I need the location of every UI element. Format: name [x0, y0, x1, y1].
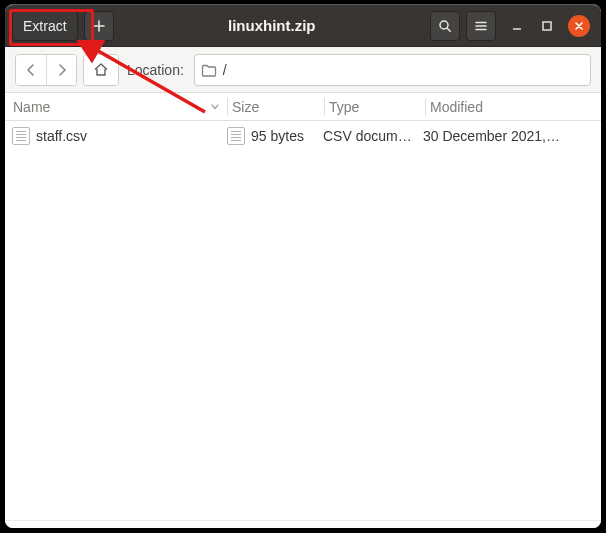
file-type-cell: CSV docum… — [323, 128, 423, 144]
home-button[interactable] — [84, 55, 118, 85]
home-icon — [93, 62, 109, 78]
file-name-cell: staff.csv — [5, 127, 227, 145]
column-header-modified[interactable]: Modified — [426, 99, 601, 115]
extract-button-label: Extract — [23, 18, 67, 34]
text-file-icon — [12, 127, 30, 145]
location-label: Location: — [127, 62, 184, 78]
maximize-button[interactable] — [538, 17, 556, 35]
plus-icon — [92, 19, 106, 33]
hamburger-icon — [474, 19, 488, 33]
window-controls — [508, 15, 590, 37]
column-header-name-label: Name — [13, 99, 50, 115]
minimize-icon — [511, 20, 523, 32]
home-group — [83, 54, 119, 86]
header-bar: Extract linuxhint.zip — [5, 5, 601, 47]
nav-history-group — [15, 54, 77, 86]
location-input[interactable] — [223, 62, 584, 78]
window-title: linuxhint.zip — [120, 17, 424, 34]
forward-button[interactable] — [46, 55, 76, 85]
file-row[interactable]: staff.csv 95 bytes CSV docum… 30 Decembe… — [5, 121, 601, 151]
folder-icon — [201, 63, 217, 77]
location-field[interactable] — [194, 54, 591, 86]
column-header-name[interactable]: Name — [5, 99, 227, 115]
minimize-button[interactable] — [508, 17, 526, 35]
archive-manager-window: Extract linuxhint.zip — [5, 4, 601, 528]
menu-button[interactable] — [466, 11, 496, 41]
column-header-modified-label: Modified — [430, 99, 483, 115]
column-header-type[interactable]: Type — [325, 99, 425, 115]
chevron-right-icon — [57, 64, 67, 76]
text-file-icon — [227, 127, 245, 145]
column-headers: Name Size Type Modified — [5, 93, 601, 121]
file-size-cell: 95 bytes — [227, 127, 323, 145]
navigation-toolbar: Location: — [5, 47, 601, 93]
sort-indicator-icon — [211, 104, 219, 110]
add-files-button[interactable] — [84, 11, 114, 41]
column-header-type-label: Type — [329, 99, 359, 115]
back-button[interactable] — [16, 55, 46, 85]
close-button[interactable] — [568, 15, 590, 37]
column-header-size-label: Size — [232, 99, 259, 115]
file-modified-cell: 30 December 2021,… — [423, 128, 601, 144]
search-button[interactable] — [430, 11, 460, 41]
column-header-size[interactable]: Size — [228, 99, 324, 115]
file-name: staff.csv — [36, 128, 87, 144]
svg-rect-1 — [543, 22, 551, 30]
maximize-icon — [541, 20, 553, 32]
file-size: 95 bytes — [251, 128, 304, 144]
extract-button[interactable]: Extract — [12, 11, 78, 41]
chevron-left-icon — [26, 64, 36, 76]
close-icon — [574, 21, 584, 31]
file-list: staff.csv 95 bytes CSV docum… 30 Decembe… — [5, 121, 601, 520]
search-icon — [438, 19, 452, 33]
status-bar — [5, 520, 601, 528]
